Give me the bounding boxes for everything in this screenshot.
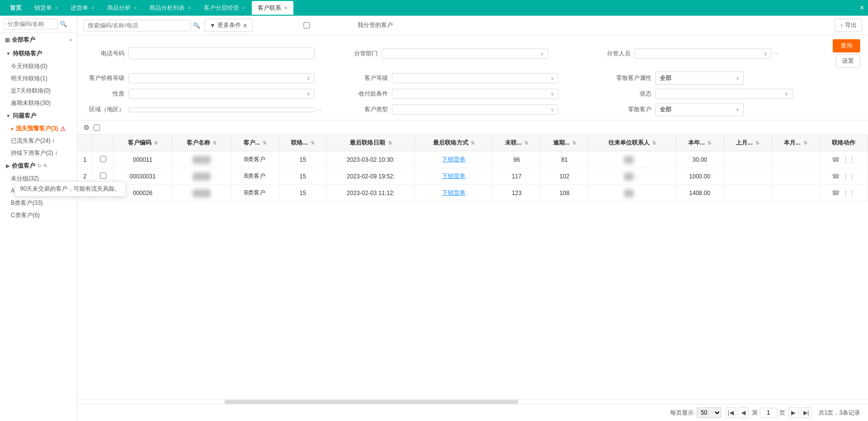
tab-goods-analysis[interactable]: 商品分析 × <box>101 1 143 15</box>
sidebar-item-overdue[interactable]: 逾期未联络(30) <box>0 97 77 109</box>
contact-action-icon[interactable]: ☎ <box>832 173 840 180</box>
close-tab-purchase[interactable]: × <box>91 5 94 11</box>
page-size-label: 每页显示 <box>670 409 694 417</box>
row-checkbox[interactable] <box>100 173 106 179</box>
sidebar-search-icon[interactable]: 🔍 <box>60 21 67 27</box>
sidebar-item-b-class[interactable]: B类客户(33) <box>0 197 77 209</box>
page-size-select[interactable]: 50 20 100 <box>697 407 722 418</box>
sidebar-item-churn-warning[interactable]: ● 流失预警客户(3) ⚠ <box>0 123 77 135</box>
horizontal-scrollbar[interactable] <box>77 399 868 404</box>
filter-icon: ▼ <box>210 22 216 29</box>
more-action-icon[interactable]: ⋮⋮ <box>843 156 855 163</box>
group-problem-customers[interactable]: ▼ 问题客户 <box>0 109 77 123</box>
th-type[interactable]: 客户... ⇅ <box>231 135 279 151</box>
page-label-suffix: 页 <box>779 409 785 417</box>
cell-checkbox[interactable] <box>93 151 113 168</box>
phone-input[interactable] <box>128 48 314 59</box>
tab-home[interactable]: 首页 <box>4 1 27 15</box>
more-action-icon[interactable]: ⋮⋮ <box>843 173 855 180</box>
customer-level-select[interactable]: ∨ <box>392 73 558 83</box>
edit-icon[interactable]: ✎ <box>43 163 47 169</box>
last-page-btn[interactable]: ▶| <box>801 407 812 418</box>
th-overdue[interactable]: 逾期... ⇅ <box>541 135 589 151</box>
prev-page-btn[interactable]: ◀ <box>738 407 749 418</box>
more-icon-1[interactable]: ··· <box>773 50 778 57</box>
cell-last-type[interactable]: 下销货单 <box>415 168 493 185</box>
sort-icon-last-month: ⇅ <box>755 140 759 146</box>
retail-attr-select[interactable]: 全部 ∨ <box>655 72 744 85</box>
my-customer-checkbox[interactable] <box>258 22 356 28</box>
sort-icon-company: ⇅ <box>652 140 656 146</box>
th-this-year[interactable]: 本年... ⇅ <box>676 135 724 151</box>
info-icon2: ℹ <box>55 150 57 156</box>
filter-status: 状态 ∨ <box>612 89 860 99</box>
advanced-filter-panel: 电话号码 分管部门 ∨ 分管人员 <box>77 35 868 121</box>
th-contact-count[interactable]: 联络... ⇅ <box>279 135 327 151</box>
contact-action-icon[interactable]: ☎ <box>832 189 840 197</box>
th-name[interactable]: 客户名称 ⇅ <box>172 135 231 151</box>
th-this-month[interactable]: 本月... ⇅ <box>772 135 820 151</box>
export-btn[interactable]: ↑ 导出 <box>835 19 862 32</box>
page-number-input[interactable] <box>760 408 777 418</box>
info-icon: ℹ <box>52 138 54 144</box>
tab-goods-analysis-list[interactable]: 商品分析列表 × <box>144 1 196 15</box>
refresh-icon[interactable]: ↻ <box>37 163 41 169</box>
row-checkbox[interactable] <box>100 156 106 162</box>
my-customer-checkbox-label[interactable]: 我分管的客户 <box>258 21 393 29</box>
more-action-icon[interactable]: ⋮⋮ <box>843 189 855 197</box>
region-select[interactable] <box>128 107 314 112</box>
more-icon-2[interactable]: ··· <box>316 106 321 113</box>
price-tier-select[interactable]: ∨ <box>128 73 314 83</box>
query-button[interactable]: 查询 <box>833 39 860 52</box>
first-page-btn[interactable]: |◀ <box>725 407 736 418</box>
more-conditions-btn[interactable]: ▼ 更多条件 ∧ <box>204 19 253 32</box>
th-last-month[interactable]: 上月... ⇅ <box>723 135 772 151</box>
group-pending-contact[interactable]: ▼ 待联络客户 <box>0 47 77 60</box>
payment-select[interactable]: ∨ <box>392 89 558 99</box>
select-all-checkbox[interactable] <box>94 124 100 131</box>
contact-action-icon[interactable]: ☎ <box>832 156 840 163</box>
sidebar-item-c-class[interactable]: C类客户(6) <box>0 209 77 222</box>
sidebar-item-churned[interactable]: 已流失客户(24) ℹ <box>0 135 77 147</box>
window-close-button[interactable]: × <box>860 3 864 12</box>
close-tab-sales[interactable]: × <box>55 5 58 11</box>
close-tab-customer-contact[interactable]: × <box>284 5 287 11</box>
chevron-down-icon: ∨ <box>540 51 544 56</box>
staff-select[interactable]: ∨ <box>634 49 772 59</box>
sidebar-item-tomorrow[interactable]: 明天待联络(1) <box>0 73 77 85</box>
table-settings-gear-icon[interactable]: ⚙ <box>83 124 90 131</box>
tab-purchase[interactable]: 进货单 × <box>65 1 100 15</box>
cell-last-type[interactable]: 下销货单 <box>415 151 493 168</box>
next-page-btn[interactable]: ▶ <box>788 407 799 418</box>
cell-last-type[interactable]: 下销货单 <box>415 185 493 201</box>
status-select[interactable]: ∨ <box>655 89 793 99</box>
retail-customer-select[interactable]: 全部 ∨ <box>655 103 744 116</box>
all-customers-header[interactable]: ⊞ 全部客户 « <box>0 33 77 47</box>
close-tab-goods-analysis-list[interactable]: × <box>188 5 191 11</box>
dept-select[interactable]: ∨ <box>382 49 548 59</box>
th-code[interactable]: 客户编码 ⇅ <box>113 135 172 151</box>
settings-button[interactable]: 设置 <box>836 54 860 68</box>
sidebar-item-7days[interactable]: 近7天待联络(0) <box>0 85 77 97</box>
th-company-contact[interactable]: 往来单位联系人 ⇅ <box>588 135 676 151</box>
th-uncontacted[interactable]: 未联... ⇅ <box>493 135 541 151</box>
cell-contact-count: 15 <box>279 151 327 168</box>
filter-row-3: 性质 ∨ 收付款条件 ∨ <box>85 89 860 99</box>
tab-sales[interactable]: 销货单 × <box>28 1 64 15</box>
th-last-type[interactable]: 最后联络方式 ⇅ <box>415 135 493 151</box>
tab-customer-tier[interactable]: 客户分层经营 × <box>198 1 251 15</box>
close-tab-goods-analysis[interactable]: × <box>134 5 137 11</box>
th-last-date[interactable]: 最后联络日期 ⇅ <box>327 135 415 151</box>
th-index <box>77 135 93 151</box>
sidebar-item-declining[interactable]: 持续下滑客户(2) ℹ <box>0 147 77 159</box>
sidebar-search-input[interactable] <box>4 19 58 29</box>
customer-type-select[interactable]: ∨ <box>392 104 558 115</box>
content-area: 🔍 ▼ 更多条件 ∧ 我分管的客户 ↑ 导出 <box>77 16 868 421</box>
search-input[interactable] <box>83 20 191 31</box>
tab-customer-contact[interactable]: 客户联系 × <box>252 1 293 15</box>
close-tab-customer-tier[interactable]: × <box>242 5 245 11</box>
group-value-customers[interactable]: ▶ 价值客户 ↻ ✎ <box>0 159 77 173</box>
sidebar-item-today[interactable]: 今天待联络(0) <box>0 60 77 73</box>
nature-select[interactable]: ∨ <box>128 89 314 99</box>
search-icon[interactable]: 🔍 <box>193 22 200 29</box>
